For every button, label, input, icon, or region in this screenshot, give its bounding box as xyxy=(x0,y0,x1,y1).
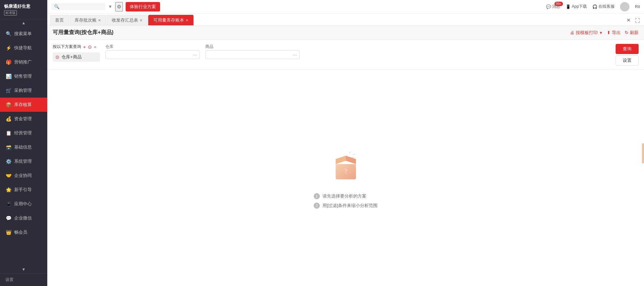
warehouse-more-button[interactable]: ··· xyxy=(193,52,197,57)
sidebar-item-sales_mgmt[interactable]: 📊 销售管理 xyxy=(0,69,47,83)
scheme-item-icon: ⊙ xyxy=(55,54,59,60)
sidebar-item-member[interactable]: 👑 畅会员 xyxy=(0,225,47,239)
sidebar-item-purchase_mgmt[interactable]: 🛒 采购管理 xyxy=(0,83,47,98)
tab-close-batch_account[interactable]: ✕ xyxy=(98,18,101,23)
add-scheme-button[interactable]: + xyxy=(83,44,86,50)
logo-title: 畅康通好生意 xyxy=(4,3,43,9)
tab-close-all[interactable]: ✕ xyxy=(625,17,632,24)
header-search-box[interactable]: 🔍 xyxy=(51,3,105,10)
settings-button[interactable]: 设置 xyxy=(616,55,639,66)
tab-close-available_stock[interactable]: ✕ xyxy=(185,18,188,23)
sidebar-label-new_guide: 新手引导 xyxy=(14,187,32,193)
sidebar-label-basic_info: 基础信息 xyxy=(14,144,32,150)
empty-visual: ? xyxy=(326,147,366,188)
query-button[interactable]: 查询 xyxy=(616,44,639,54)
sidebar-label-member: 畅会员 xyxy=(14,229,27,235)
header-search-input[interactable] xyxy=(61,4,101,9)
sidebar-icon-inventory: 📦 xyxy=(5,102,11,108)
scheme-section: 按以下方案查询 + ⊙ « ⊙ 仓库+商品 xyxy=(53,44,100,62)
right-scrollbar[interactable] xyxy=(642,143,644,163)
trial-button[interactable]: 体验行业方案 xyxy=(126,2,160,11)
tip-num-1: 1 xyxy=(314,193,320,199)
tip-text-1: 请先选择要分析的方案 xyxy=(323,193,366,199)
sidebar-label-operations_mgmt: 经营管理 xyxy=(14,130,32,136)
warehouse-input-wrap[interactable]: ··· xyxy=(105,50,200,59)
sidebar-icon-fund_mgmt: 💰 xyxy=(5,116,11,122)
message-button[interactable]: 💬 消息 99+ xyxy=(546,4,560,9)
empty-tips: 1 请先选择要分析的方案 2 用[过滤]条件来缩小分析范围 xyxy=(314,193,378,209)
refresh-icon: ↻ xyxy=(625,30,628,35)
refresh-button[interactable]: ↻ 刷新 xyxy=(625,30,639,36)
sidebar-nav: 🔍 搜索菜单 ⚡ 快捷导航 🎁 营销推广 📊 销售管理 🛒 采购管理 📦 库存核… xyxy=(0,27,47,266)
sidebar-label-purchase_mgmt: 采购管理 xyxy=(14,87,32,94)
filter-row: 仓库 ··· 商品 ··· xyxy=(105,44,610,59)
tab-bar-right: ✕ ⛶ xyxy=(625,17,641,25)
app-download-button[interactable]: 📱 App下载 xyxy=(566,4,587,9)
tab-label-batch_account: 库存批次账 xyxy=(75,17,97,23)
scheme-header: 按以下方案查询 + ⊙ « xyxy=(53,44,100,50)
goods-input[interactable] xyxy=(208,52,291,57)
export-button[interactable]: ⬆ 导出 xyxy=(607,30,621,36)
sidebar-item-app_center[interactable]: 📱 应用中心 xyxy=(0,197,47,211)
scheme-item-warehouse-goods[interactable]: ⊙ 仓库+商品 xyxy=(53,52,100,62)
goods-input-wrap[interactable]: ··· xyxy=(205,50,300,59)
page-header: 可用量查询(按仓库+商品) 🖨 按模板打印 ▼ ⬆ 导出 ↻ 刷新 xyxy=(47,26,644,40)
sidebar-label-inventory: 库存核算 xyxy=(14,102,32,108)
svg-text:?: ? xyxy=(344,167,347,175)
sidebar-label-enterprise_coop: 企业协同 xyxy=(14,173,32,179)
tab-close-receipt_summary[interactable]: ✕ xyxy=(139,18,143,23)
page-actions: 🖨 按模板打印 ▼ ⬆ 导出 ↻ 刷新 xyxy=(570,30,639,36)
scheme-settings-button[interactable]: ⊙ xyxy=(88,44,92,50)
tab-label-receipt_summary: 收发存汇总表 xyxy=(112,17,138,23)
sidebar-label-search: 搜索菜单 xyxy=(14,31,32,37)
warehouse-input[interactable] xyxy=(108,52,191,57)
header-gear-button[interactable]: ⚙ xyxy=(115,2,123,11)
page-title: 可用量查询(按仓库+商品) xyxy=(53,29,113,36)
tab-home[interactable]: 首页 xyxy=(50,15,69,25)
sidebar-scroll-down[interactable]: ▼ xyxy=(0,266,47,273)
header-username[interactable]: Rit xyxy=(635,4,640,9)
sidebar-label-sales_mgmt: 销售管理 xyxy=(14,73,32,79)
sidebar-item-operations_mgmt[interactable]: 📋 经营管理 xyxy=(0,126,47,140)
scheme-item-label: 仓库+商品 xyxy=(61,54,82,60)
sidebar-item-basic_info[interactable]: 🗃️ 基础信息 xyxy=(0,140,47,154)
headset-icon: 🎧 xyxy=(592,4,597,9)
sidebar-label-fund_mgmt: 资金管理 xyxy=(14,116,32,122)
sidebar-scroll-up[interactable]: ▲ xyxy=(0,19,47,27)
tab-expand[interactable]: ⛶ xyxy=(634,17,641,24)
tab-label-home: 首页 xyxy=(55,17,64,23)
sidebar-item-new_guide[interactable]: 🌟 新手引导 xyxy=(0,183,47,197)
print-template-button[interactable]: 🖨 按模板打印 ▼ xyxy=(570,30,603,36)
sidebar-item-fund_mgmt[interactable]: 💰 资金管理 xyxy=(0,112,47,126)
sidebar-item-enterprise_wechat[interactable]: 💬 企业微信 xyxy=(0,211,47,225)
svg-line-3 xyxy=(353,154,355,155)
header-dropdown-icon[interactable]: ▼ xyxy=(108,4,112,9)
tip-text-2: 用[过滤]条件来缩小分析范围 xyxy=(323,203,378,209)
chevron-down-icon: ▼ xyxy=(599,31,603,35)
online-service-button[interactable]: 🎧 在线客服 xyxy=(592,4,615,9)
tab-available_stock[interactable]: 可用量库存账本✕ xyxy=(148,15,194,25)
sidebar-item-shortcut[interactable]: ⚡ 快捷导航 xyxy=(0,41,47,55)
sidebar-icon-purchase_mgmt: 🛒 xyxy=(5,87,11,94)
sidebar-icon-new_guide: 🌟 xyxy=(5,187,11,193)
sidebar-item-marketing_promo[interactable]: 🎁 营销推广 xyxy=(0,55,47,69)
sidebar-label-system_mgmt: 系统管理 xyxy=(14,158,32,164)
user-avatar[interactable] xyxy=(620,2,629,11)
sidebar-label-shortcut: 快捷导航 xyxy=(14,45,32,51)
goods-more-button[interactable]: ··· xyxy=(293,52,297,57)
filter-warehouse: 仓库 ··· xyxy=(105,44,200,59)
tab-batch_account[interactable]: 库存批次账✕ xyxy=(70,15,106,25)
sidebar-settings[interactable]: 设置 xyxy=(0,273,47,286)
empty-tip-1: 1 请先选择要分析的方案 xyxy=(314,193,378,199)
sidebar-item-inventory[interactable]: 📦 库存核算 xyxy=(0,98,47,112)
sidebar-item-system_mgmt[interactable]: ⚙️ 系统管理 xyxy=(0,154,47,168)
export-icon: ⬆ xyxy=(607,30,611,35)
tab-receipt_summary[interactable]: 收发存汇总表✕ xyxy=(107,15,148,25)
sidebar-item-enterprise_coop[interactable]: 🤝 企业协同 xyxy=(0,168,47,183)
goods-label: 商品 xyxy=(205,44,300,50)
sidebar-label-marketing_promo: 营销推广 xyxy=(14,59,32,65)
query-panel: 按以下方案查询 + ⊙ « ⊙ 仓库+商品 仓库 ··· 商品 xyxy=(47,40,644,70)
sidebar-item-search[interactable]: 🔍 搜索菜单 xyxy=(0,27,47,41)
collapse-button[interactable]: « xyxy=(94,45,96,49)
empty-tip-2: 2 用[过滤]条件来缩小分析范围 xyxy=(314,203,378,209)
